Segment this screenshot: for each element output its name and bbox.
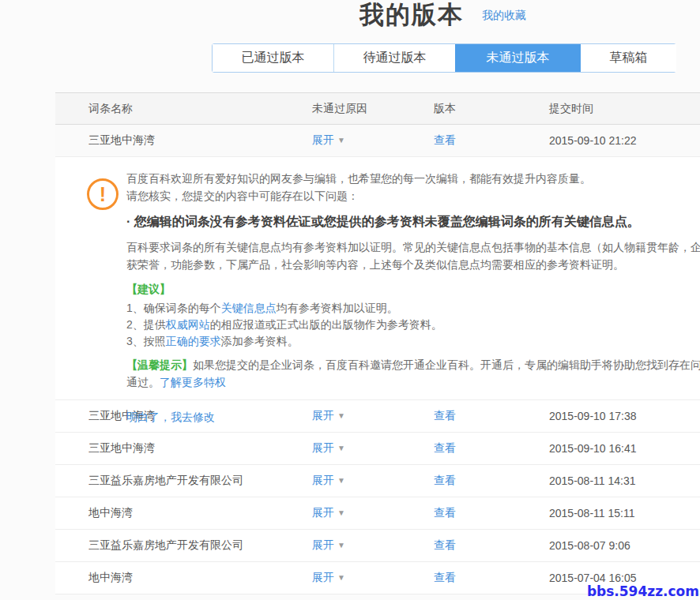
suggestion-item: 2、提供权威网站的相应报道或正式出版的出版物作为参考资料。 <box>126 317 700 333</box>
more-privileges-link[interactable]: 了解更多特权 <box>160 376 226 388</box>
key-info-link[interactable]: 关键信息点 <box>221 302 277 314</box>
expand-link[interactable]: 展开▼ <box>312 474 345 486</box>
table-row: 三亚益乐嘉房地产开发有限公司 展开▼ 查看 2015-08-11 14:31 <box>55 465 700 497</box>
intro-text-line2: 请您核实，您提交的内容中可能存在以下问题： <box>126 187 700 204</box>
collapse-link[interactable]: 展开▼ <box>312 133 345 146</box>
view-version-link[interactable]: 查看 <box>434 133 456 146</box>
table-row: 三亚益乐嘉房地产开发有限公司 展开▼ 查看 2015-08-07 9:06 <box>55 530 700 562</box>
tab-pending-versions[interactable]: 待通过版本 <box>333 44 455 72</box>
view-version-link[interactable]: 查看 <box>434 538 456 551</box>
suggest-title: 【建议】 <box>126 283 700 297</box>
got-it-modify-link[interactable]: 明白了，我去修改 <box>126 411 215 425</box>
problem-desc-line2: 获荣誉，功能参数，下属产品，社会影响等内容，上述每个及类似信息点均需要相应的参考… <box>126 256 700 273</box>
submit-time: 2015-08-11 15:11 <box>549 507 700 519</box>
expand-arrow-icon: ▼ <box>337 136 345 144</box>
entry-name: 三亚地中海湾 <box>55 441 312 456</box>
favorites-link[interactable]: 我的收藏 <box>482 9 526 23</box>
expand-arrow-icon: ▼ <box>337 573 345 582</box>
entry-name: 三亚益乐嘉房地产开发有限公司 <box>55 474 312 488</box>
tip-text-line1: 【温馨提示】如果您提交的是企业词条，百度百科邀请您开通企业百科。开通后，专属的编… <box>126 356 700 373</box>
site-watermark: bbs.594zz.com <box>587 583 699 599</box>
table-row: 三亚地中海湾 展开▼ 查看 2015-09-10 21:22 <box>55 125 700 157</box>
submit-time: 2015-07-04 16:05 <box>549 572 700 584</box>
header-reject-reason: 未通过原因 <box>312 102 434 116</box>
header-submit-time: 提交时间 <box>549 102 700 116</box>
header-version: 版本 <box>434 102 549 116</box>
expand-arrow-icon: ▼ <box>337 541 345 549</box>
intro-text-line1: 百度百科欢迎所有爱好知识的网友参与编辑，也希望您的每一次编辑，都能有效提升内容质… <box>126 170 700 187</box>
page-title: 我的版本 <box>359 0 464 32</box>
entry-name: 三亚益乐嘉房地产开发有限公司 <box>55 538 312 553</box>
correct-requirement-link[interactable]: 正确的要求 <box>166 335 221 347</box>
tab-passed-versions[interactable]: 已通过版本 <box>213 44 333 72</box>
tab-drafts[interactable]: 草稿箱 <box>581 44 676 72</box>
entry-name: 地中海湾 <box>55 506 312 520</box>
expand-arrow-icon: ▼ <box>337 476 345 485</box>
submit-time: 2015-09-10 21:22 <box>549 134 700 147</box>
authority-site-link[interactable]: 权威网站 <box>166 318 210 331</box>
view-version-link[interactable]: 查看 <box>434 474 456 486</box>
table-row: 地中海湾 展开▼ 查看 2015-08-11 15:11 <box>55 497 700 530</box>
expand-link[interactable]: 展开▼ <box>312 441 345 454</box>
suggestion-item: 3、按照正确的要求添加参考资料。 <box>126 333 700 350</box>
warning-icon: ! <box>87 178 119 210</box>
problem-title: · 您编辑的词条没有参考资料佐证或您提供的参考资料未覆盖您编辑词条的所有关键信息… <box>126 214 700 231</box>
versions-table: 词条名称 未通过原因 版本 提交时间 三亚地中海湾 展开▼ 查看 2015-09… <box>55 92 700 594</box>
expand-arrow-icon: ▼ <box>337 508 345 517</box>
expand-arrow-icon: ▼ <box>337 444 345 452</box>
view-version-link[interactable]: 查看 <box>434 441 456 454</box>
submit-time: 2015-08-07 9:06 <box>549 539 700 552</box>
tab-rejected-versions[interactable]: 未通过版本 <box>455 44 581 72</box>
expand-link[interactable]: 展开▼ <box>312 506 345 519</box>
tab-bar: 已通过版本 待通过版本 未通过版本 草稿箱 <box>212 43 676 73</box>
entry-name: 三亚地中海湾 <box>55 133 312 148</box>
expand-link[interactable]: 展开▼ <box>312 571 345 583</box>
view-version-link[interactable]: 查看 <box>434 506 456 519</box>
submit-time: 2015-09-10 16:41 <box>549 442 700 455</box>
header-entry-name: 词条名称 <box>55 102 312 116</box>
tip-text-line2: 通过。了解更多特权 <box>126 373 700 391</box>
entry-name: 地中海湾 <box>55 571 312 585</box>
suggestion-item: 1、确保词条的每个关键信息点均有参考资料加以证明。 <box>126 300 700 317</box>
view-version-link[interactable]: 查看 <box>434 571 456 583</box>
table-header-row: 词条名称 未通过原因 版本 提交时间 <box>55 93 700 125</box>
tip-title: 【温馨提示】 <box>126 358 193 371</box>
problem-desc-line1: 百科要求词条的所有关键信息点均有参考资料加以证明。常见的关键信息点包括事物的基本… <box>126 238 700 256</box>
expand-link[interactable]: 展开▼ <box>312 538 345 551</box>
submit-time: 2015-08-11 14:31 <box>549 474 700 487</box>
page-header: 我的版本 我的收藏 <box>0 0 700 43</box>
table-row: 三亚地中海湾 展开▼ 查看 2015-09-10 16:41 <box>55 433 700 465</box>
reject-reason-panel: ! 百度百科欢迎所有爱好知识的网友参与编辑，也希望您的每一次编辑，都能有效提升内… <box>55 157 700 400</box>
